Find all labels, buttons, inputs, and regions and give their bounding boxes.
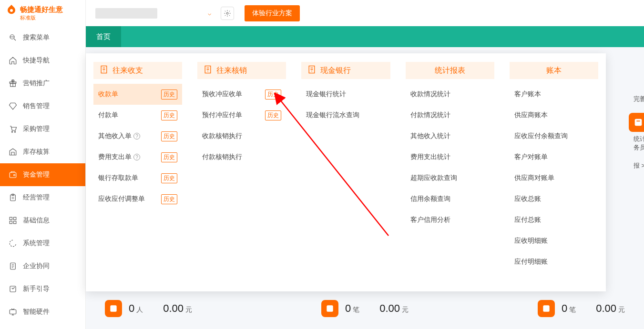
mega-item[interactable]: 收款单历史: [93, 84, 182, 105]
mega-item[interactable]: 供应商账本: [510, 105, 598, 126]
cta-button[interactable]: 体验行业方案: [245, 5, 300, 21]
mega-item[interactable]: 费用支出统计: [406, 147, 494, 168]
sidebar-item-search[interactable]: 搜索菜单: [0, 26, 85, 49]
org-selector[interactable]: ⌵: [95, 8, 211, 19]
mega-item[interactable]: 收款核销执行: [197, 126, 286, 147]
history-tag[interactable]: 历史: [265, 90, 281, 100]
help-icon[interactable]: ?: [133, 133, 140, 140]
gear-icon: [224, 10, 231, 17]
clipboard-icon: [9, 193, 17, 202]
tab-home[interactable]: 首页: [86, 26, 121, 47]
mega-item[interactable]: 超期应收款查询: [406, 168, 494, 189]
mega-item[interactable]: 应付总账: [510, 209, 598, 230]
svg-rect-16: [10, 310, 16, 314]
stat-value: 0.00元: [596, 302, 625, 315]
sidebar-item-quicknav[interactable]: 快捷导航: [0, 49, 85, 72]
mega-item[interactable]: 费用支出单?历史: [93, 147, 182, 168]
history-tag[interactable]: 历史: [265, 110, 281, 120]
receipt-icon: [99, 65, 109, 76]
sidebar-item-guide[interactable]: 新手引导: [0, 278, 85, 300]
tv-icon: [9, 308, 17, 316]
history-tag[interactable]: 历史: [161, 173, 177, 183]
history-tag[interactable]: 历史: [161, 152, 177, 162]
svg-rect-13: [14, 221, 16, 224]
stat-block: 0笔0.00元: [321, 300, 409, 317]
sidebar-item-basic[interactable]: 基础信息: [0, 209, 85, 232]
mega-item[interactable]: 付款单历史: [93, 105, 182, 126]
mega-item[interactable]: 预收冲应收单历史: [197, 84, 286, 105]
tab-bar: 首页: [86, 26, 644, 47]
settings-button[interactable]: [221, 7, 234, 20]
gift-icon: [9, 79, 17, 88]
mega-item-label: 收款单: [98, 90, 118, 99]
svg-rect-10: [10, 217, 12, 219]
mega-item[interactable]: 客户对账单: [510, 147, 598, 168]
sidebar-item-funds[interactable]: 资金管理: [0, 163, 85, 186]
mega-item[interactable]: 客户账本: [510, 84, 598, 105]
sidebar-item-label: 搜索菜单: [23, 33, 50, 42]
sidebar-item-hardware[interactable]: 智能硬件: [0, 300, 85, 323]
stat-block: 0笔0.00元: [538, 300, 625, 317]
mega-column-title: 统计报表: [435, 66, 465, 76]
sidebar-item-label: 智能硬件: [23, 308, 50, 316]
mega-item[interactable]: 其他收入单?历史: [93, 126, 182, 147]
mega-item-label: 供应商对账单: [514, 174, 554, 182]
mega-column: 往来核销预收冲应收单历史预付冲应付单历史收款核销执行付款核销执行: [190, 62, 294, 277]
history-tag[interactable]: 历史: [161, 110, 177, 120]
org-name-placeholder: [95, 8, 157, 19]
sidebar-item-collab[interactable]: 企业协同: [0, 255, 85, 278]
mega-item[interactable]: 收款情况统计: [406, 84, 494, 105]
mega-item[interactable]: 应收明细账: [510, 230, 598, 251]
mega-column-header: 现金银行: [301, 62, 390, 79]
mega-item[interactable]: 其他收入统计: [406, 126, 494, 147]
history-tag[interactable]: 历史: [161, 131, 177, 141]
history-tag[interactable]: 历史: [161, 90, 177, 100]
search-icon: [9, 33, 17, 42]
stat-icon: [321, 300, 338, 317]
mega-item[interactable]: 银行存取款单历史: [93, 168, 182, 189]
sidebar-item-system[interactable]: 系统管理: [0, 232, 85, 255]
mega-item-label: 收款情况统计: [410, 90, 450, 99]
right-widgets: 完善期初 统计表 务员) 报 >: [634, 95, 644, 170]
mega-column: 统计报表收款情况统计付款情况统计其他收入统计费用支出统计超期应收款查询信用余额查…: [398, 62, 502, 277]
mega-item[interactable]: 应收应付余额查询: [510, 126, 598, 147]
mega-item[interactable]: 预付冲应付单历史: [197, 105, 286, 126]
mega-item[interactable]: 付款情况统计: [406, 105, 494, 126]
sidebar-item-operation[interactable]: 经营管理: [0, 186, 85, 209]
mega-item-label: 收款核销执行: [202, 132, 242, 140]
history-tag[interactable]: 历史: [161, 194, 177, 204]
newbie-icon: [9, 285, 17, 293]
mega-column-title: 账本: [546, 66, 562, 76]
help-icon[interactable]: ?: [133, 154, 140, 160]
mega-item[interactable]: 信用余额查询: [406, 189, 494, 209]
mega-item-label: 预付冲应付单: [202, 111, 242, 120]
mega-item-label: 应收明细账: [514, 237, 548, 245]
mega-item-label: 应收应付调整单: [98, 195, 145, 203]
mega-item-label: 应收应付余额查询: [514, 132, 568, 140]
stat-count: 0人: [129, 302, 143, 315]
mega-column-header: 统计报表: [406, 62, 494, 79]
mega-item[interactable]: 现金银行统计: [301, 84, 390, 105]
mega-item[interactable]: 客户信用分析: [406, 209, 494, 230]
mega-item-label: 供应商账本: [514, 111, 548, 120]
grid-icon: [9, 216, 17, 225]
mega-item[interactable]: 应付明细账: [510, 251, 598, 272]
svg-rect-19: [636, 120, 640, 121]
mega-column: 账本客户账本供应商账本应收应付余额查询客户对账单供应商对账单应收总账应付总账应收…: [502, 62, 606, 277]
sidebar-item-inventory[interactable]: 库存核算: [0, 140, 85, 163]
mega-item[interactable]: 供应商对账单: [510, 168, 598, 189]
diamond-icon: [9, 102, 17, 110]
mega-item[interactable]: 现金银行流水查询: [301, 105, 390, 126]
right-widget-icon[interactable]: [629, 113, 644, 132]
mega-item[interactable]: 应收应付调整单历史: [93, 189, 182, 209]
mega-item[interactable]: 付款核销执行: [197, 147, 286, 168]
svg-point-0: [10, 9, 13, 12]
mega-item-label: 付款情况统计: [410, 111, 450, 120]
sidebar-item-sales[interactable]: 销售管理: [0, 95, 85, 118]
stat-icon: [538, 300, 555, 317]
sidebar-item-purchase[interactable]: 采购管理: [0, 118, 85, 140]
mega-item[interactable]: 应收总账: [510, 189, 598, 209]
sidebar-item-marketing[interactable]: 营销推广: [0, 72, 85, 95]
svg-rect-18: [635, 119, 642, 126]
stats-row: 0人0.00元0笔0.00元0笔0.00元: [105, 300, 625, 317]
